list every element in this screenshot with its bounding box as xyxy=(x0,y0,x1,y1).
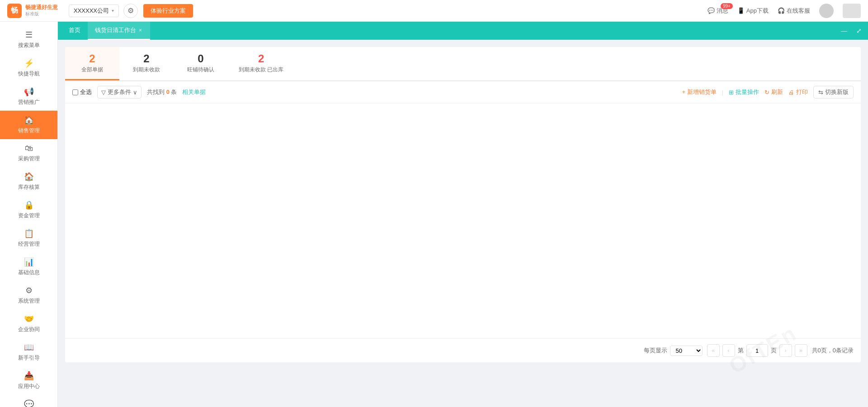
table-area xyxy=(65,103,861,338)
sidebar-item-basic-info[interactable]: 📊 基础信息 xyxy=(0,253,57,281)
refresh-icon: ↻ xyxy=(764,89,769,96)
cooperation-icon: 🤝 xyxy=(24,314,34,324)
sales-icon: 🏠 xyxy=(24,115,34,125)
stat-tab-overdue-uncollected[interactable]: 2 到期未收款 xyxy=(119,47,174,80)
batch-label: 批量操作 xyxy=(736,88,759,96)
guide-label: 新手引导 xyxy=(18,354,40,362)
company-name: XXXXXX公司 xyxy=(74,7,109,15)
tab-close-icon[interactable]: × xyxy=(138,26,143,34)
settings-button[interactable]: ⚙ xyxy=(123,4,138,18)
stats-tabs: 2 全部单据 2 到期未收款 0 旺铺待确认 2 到期未收款 已出库 xyxy=(65,47,861,81)
per-page-label: 每页显示 xyxy=(644,346,667,355)
sidebar-item-wechat[interactable]: 💬 企业微信 xyxy=(0,395,57,407)
app-download-item[interactable]: 📱 App下载 xyxy=(737,7,769,15)
app-center-icon: 📥 xyxy=(24,371,34,381)
batch-operation-button[interactable]: ⊞ 批量操作 xyxy=(729,88,759,96)
logo-text: 畅捷通好生意 标准版 xyxy=(25,4,58,17)
total-records: 共0页，0条记录 xyxy=(812,346,854,355)
sidebar-item-inventory[interactable]: 🏠 库存核算 xyxy=(0,167,57,196)
operations-icon: 📋 xyxy=(24,229,34,239)
tab-cash-goods[interactable]: 钱货日清工作台 × xyxy=(88,22,150,40)
next-page-button[interactable]: › xyxy=(779,344,792,357)
found-count: 0 xyxy=(166,89,170,95)
switch-version-button[interactable]: ⇆ 切换新版 xyxy=(813,86,854,98)
operations-label: 经营管理 xyxy=(18,240,40,248)
sidebar-item-quick-nav[interactable]: ⚡ 快捷导航 xyxy=(0,54,57,82)
marketing-icon: 📢 xyxy=(24,87,34,97)
switch-label: 切换新版 xyxy=(825,88,849,96)
system-label: 系统管理 xyxy=(18,297,40,305)
tab-home[interactable]: 首页 xyxy=(61,22,88,40)
sidebar-item-app-center[interactable]: 📥 应用中心 xyxy=(0,366,57,395)
toolbar-right: + 新增销货单 | ⊞ 批量操作 ↻ 刷新 🖨 打印 ⇆ 切换新版 xyxy=(682,86,854,98)
tab-home-label: 首页 xyxy=(69,26,80,34)
last-page-button[interactable]: » xyxy=(795,344,807,357)
more-filter-button[interactable]: ▽ 更多条件 ∨ xyxy=(97,86,142,98)
basic-info-icon: 📊 xyxy=(24,257,34,267)
content-box: 2 全部单据 2 到期未收款 0 旺铺待确认 2 到期未收款 已出库 全选 xyxy=(65,47,861,362)
download-icon: 📱 xyxy=(737,7,745,14)
tab-maximize-button[interactable]: ⤢ xyxy=(854,26,864,35)
page-input[interactable] xyxy=(746,344,768,357)
sidebar-item-sales[interactable]: 🏠 销售管理 xyxy=(0,111,57,139)
avatar[interactable] xyxy=(819,4,834,18)
first-page-button[interactable]: « xyxy=(707,344,720,357)
page-nav: « ‹ 第 页 › » xyxy=(707,344,807,357)
inventory-label: 库存核算 xyxy=(18,183,40,191)
main-content: 2 全部单据 2 到期未收款 0 旺铺待确认 2 到期未收款 已出库 全选 xyxy=(58,40,868,407)
user-name-area[interactable] xyxy=(843,4,861,18)
print-icon: 🖨 xyxy=(788,89,794,96)
purchase-icon: 🛍 xyxy=(25,144,33,153)
logo-sub: 标准版 xyxy=(25,11,58,17)
tab-minimize-button[interactable]: — xyxy=(838,26,850,35)
sidebar-item-cooperation[interactable]: 🤝 企业协同 xyxy=(0,309,57,338)
stat-tab-overdue-shipped[interactable]: 2 到期未收款 已出库 xyxy=(228,47,294,80)
sales-label: 销售管理 xyxy=(18,127,40,135)
per-page-select[interactable]: 10 20 50 100 xyxy=(670,346,703,356)
inventory-icon: 🏠 xyxy=(24,172,34,182)
related-orders-link[interactable]: 相关单据 xyxy=(182,88,206,96)
toolbar-left: 全选 ▽ 更多条件 ∨ 共找到 0 条 相关单据 xyxy=(72,86,206,98)
sidebar-item-marketing[interactable]: 📢 营销推广 xyxy=(0,82,57,111)
stat-pending-count: 0 xyxy=(198,52,203,65)
stat-all-label: 全部单据 xyxy=(81,66,103,74)
sidebar-item-guide[interactable]: 📖 新手引导 xyxy=(0,338,57,366)
marketing-label: 营销推广 xyxy=(18,98,40,106)
message-item[interactable]: 💬 消息 99+ xyxy=(708,7,728,15)
sidebar-item-system[interactable]: ⚙ 系统管理 xyxy=(0,281,57,309)
sidebar-nav: ☰ 搜索菜单 ⚡ 快捷导航 📢 营销推广 🏠 销售管理 🛍 采购管理 🏠 库存核… xyxy=(0,22,57,407)
message-icon: 💬 xyxy=(708,7,715,14)
refresh-button[interactable]: ↻ 刷新 xyxy=(764,88,783,96)
stat-shipped-count: 2 xyxy=(258,52,264,65)
found-text: 共找到 0 条 xyxy=(147,88,177,96)
wechat-icon: 💬 xyxy=(24,399,34,407)
stat-tab-all[interactable]: 2 全部单据 xyxy=(65,47,119,80)
print-label: 打印 xyxy=(796,88,808,96)
add-sales-order-button[interactable]: + 新增销货单 xyxy=(682,88,716,96)
switch-icon: ⇆ xyxy=(818,89,823,96)
logo-area: 畅 畅捷通好生意 标准版 xyxy=(7,4,65,18)
logo-icon: 畅 xyxy=(7,4,22,18)
basic-info-label: 基础信息 xyxy=(18,269,40,276)
industry-button[interactable]: 体验行业方案 xyxy=(143,4,193,18)
search-menu-label: 搜索菜单 xyxy=(18,42,40,49)
sidebar-item-finance[interactable]: 🔒 资金管理 xyxy=(0,196,57,224)
sidebar-item-search-menu[interactable]: ☰ 搜索菜单 xyxy=(0,25,57,54)
stat-shipped-label: 到期未收款 已出库 xyxy=(239,66,283,74)
pagination-bar: 每页显示 10 20 50 100 « ‹ 第 页 › » 共0页，0条记录 xyxy=(65,338,861,362)
prev-page-button[interactable]: ‹ xyxy=(722,344,735,357)
online-service-item[interactable]: 🎧 在线客服 xyxy=(778,7,810,15)
chevron-down-icon: ▾ xyxy=(112,8,114,13)
select-all-checkbox[interactable] xyxy=(72,89,78,95)
guide-icon: 📖 xyxy=(24,342,34,352)
service-icon: 🎧 xyxy=(778,7,785,14)
sidebar-item-purchase[interactable]: 🛍 采购管理 xyxy=(0,139,57,167)
select-all-checkbox-label[interactable]: 全选 xyxy=(72,88,92,96)
sidebar-item-operations[interactable]: 📋 经营管理 xyxy=(0,224,57,253)
finance-icon: 🔒 xyxy=(24,200,34,210)
company-selector[interactable]: XXXXXX公司 ▾ xyxy=(69,5,119,17)
stat-tab-pending-confirm[interactable]: 0 旺铺待确认 xyxy=(174,47,228,80)
print-button[interactable]: 🖨 打印 xyxy=(788,88,808,96)
cooperation-label: 企业协同 xyxy=(18,326,40,333)
stat-pending-label: 旺铺待确认 xyxy=(187,66,214,74)
